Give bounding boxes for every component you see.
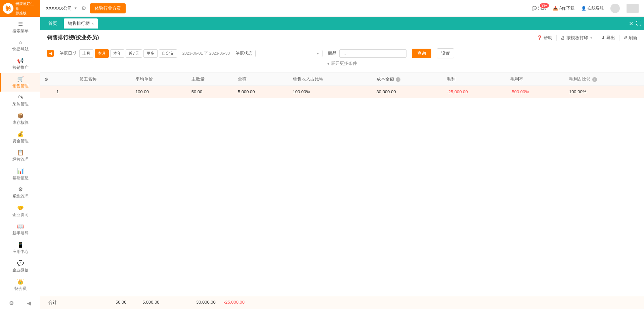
company-selector[interactable]: XXXXXX公司 ▼	[46, 5, 77, 11]
sidebar-item-label: 采购管理	[12, 101, 29, 107]
table-row: 1 100.00 50.00 5,000.00 100.00% 30,000.0…	[40, 86, 644, 98]
col-qty: 主数量	[187, 73, 234, 86]
table-container: ⚙ 员工名称 平均单价 主数量 全额 销售收入占比% 成本全额 i 毛利	[40, 73, 644, 296]
header-right: 💬 消息 99+ 📥 App下载 👤 在线客服	[532, 4, 639, 13]
tab-bar-actions: ✕ ⛶	[629, 20, 641, 27]
message-badge: 99+	[540, 3, 549, 8]
col-profit: 毛利	[443, 73, 506, 86]
company-name: XXXXXX公司	[46, 5, 72, 11]
sidebar-item-basic[interactable]: 📊 基础信息	[0, 165, 40, 184]
filter-collapse-button[interactable]: ◀	[47, 50, 54, 57]
sidebar-item-finance[interactable]: 💰 资金管理	[0, 128, 40, 147]
sidebar-item-marketing[interactable]: 📢 营销推广	[0, 55, 40, 73]
date-btn-more[interactable]: 更多	[143, 49, 158, 58]
export-button[interactable]: ⬇ 导出	[601, 35, 615, 41]
sidebar-item-label: 企业协同	[12, 212, 29, 218]
tab-close-icon[interactable]: ×	[92, 21, 94, 25]
sidebar-item-member[interactable]: 👑 畅会员	[0, 276, 40, 294]
app-download-button[interactable]: 📥 App下载	[553, 5, 574, 11]
sidebar-item-guide[interactable]: 📖 新手引导	[0, 220, 40, 239]
sidebar-item-enterprise[interactable]: 🤝 企业协同	[0, 202, 40, 220]
expand-conditions-button[interactable]: ▾ 展开更多条件	[327, 60, 357, 66]
cell-qty: 50.00	[187, 86, 234, 98]
footer-profit: -25,000.00	[220, 300, 249, 306]
close-window-icon[interactable]: ✕	[629, 20, 633, 27]
fullscreen-icon[interactable]: ⛶	[636, 20, 641, 27]
footer-amount: 5,000.00	[138, 300, 165, 306]
top-header: XXXXXX公司 ▼ ⚙ 体验行业方案 💬 消息 99+ 📥 App下载 👤 在…	[40, 0, 644, 17]
status-filter-label: 单据状态	[235, 50, 253, 56]
sidebar-item-inventory[interactable]: 📦 库存核算	[0, 110, 40, 128]
apps-icon: 📱	[17, 242, 24, 248]
system-icon: ⚙	[18, 186, 23, 193]
settings-button[interactable]: 设置	[437, 48, 454, 58]
col-sales-pct: 销售收入占比%	[289, 73, 373, 86]
data-table: ⚙ 员工名称 平均单价 主数量 全额 销售收入占比% 成本全额 i 毛利	[40, 73, 644, 98]
date-btn-this-month[interactable]: 本月	[95, 49, 109, 58]
operation-icon: 📋	[17, 149, 24, 156]
download-icon: 📥	[553, 6, 558, 11]
date-btn-last-month[interactable]: 上月	[79, 49, 93, 58]
sidebar-item-operation[interactable]: 📋 经营管理	[0, 147, 40, 165]
cell-profit: -25,000.00	[443, 86, 506, 98]
sidebar-item-label: 系统管理	[12, 194, 29, 199]
date-btn-custom[interactable]: 自定义	[159, 49, 177, 58]
divider3	[619, 35, 619, 41]
refresh-button[interactable]: ↺ 刷新	[624, 35, 637, 41]
status-filter: 单据状态 ▼	[235, 50, 323, 57]
user-name-display	[627, 4, 639, 13]
wechat-icon: 💬	[17, 260, 24, 266]
page-title: 销售排行榜(按业务员)	[47, 34, 99, 41]
date-range-text: 2023-06-01 至 2023-06-30	[182, 51, 230, 56]
page-actions: ❓ 帮助 🖨 按模板打印 ▼ ⬇ 导出	[537, 35, 637, 41]
tab-sales-ranking[interactable]: 销售排行榜 ×	[64, 18, 98, 29]
tab-home[interactable]: 首页	[43, 18, 62, 29]
query-button[interactable]: 查询	[412, 49, 431, 58]
sidebar-collapse-button[interactable]: ◀	[27, 300, 31, 306]
sidebar-item-system[interactable]: ⚙ 系统管理	[0, 184, 40, 202]
service-icon: 👤	[581, 6, 586, 11]
col-settings[interactable]: ⚙	[40, 73, 52, 86]
sidebar-item-sales[interactable]: 🛒 销售管理	[0, 73, 40, 92]
message-icon: 💬	[532, 6, 537, 11]
sidebar-item-apps[interactable]: 📱 应用中心	[0, 239, 40, 257]
cost-info-icon[interactable]: i	[396, 77, 400, 82]
goods-filter-label: 商品	[328, 50, 337, 56]
cell-avg-price: 100.00	[131, 86, 187, 98]
profit-pct-info-icon[interactable]: i	[592, 77, 597, 82]
date-btn-this-year[interactable]: 本年	[110, 49, 124, 58]
print-icon: 🖨	[561, 35, 565, 40]
message-button[interactable]: 💬 消息 99+	[532, 5, 546, 11]
export-icon: ⬇	[601, 35, 605, 40]
sidebar-item-purchase[interactable]: 🛍 采购管理	[0, 92, 40, 110]
table-footer: 合计 50.00 5,000.00 30,000.00 -25,000.00	[40, 296, 644, 309]
help-button[interactable]: ❓ 帮助	[537, 35, 552, 41]
sidebar-item-quick-nav[interactable]: ⌂ 快捷导航	[0, 37, 40, 55]
cell-profit-pct: 100.00%	[565, 86, 644, 98]
date-btn-7days[interactable]: 近7天	[126, 49, 142, 58]
header-settings-icon[interactable]: ⚙	[81, 5, 86, 11]
cell-profit-rate: -500.00%	[506, 86, 565, 98]
footer-qty-val: 50.00	[112, 300, 138, 306]
sidebar-item-search[interactable]: ☰ 搜索菜单	[0, 18, 40, 37]
cell-name	[75, 86, 131, 98]
col-name: 员工名称	[75, 73, 131, 86]
sidebar-item-label: 资金管理	[12, 138, 29, 144]
sidebar-logo: 畅 畅康通好生意 标准版	[0, 0, 40, 17]
goods-select[interactable]: ...	[339, 49, 406, 58]
sales-icon: 🛒	[17, 76, 24, 82]
status-select[interactable]: ▼	[255, 50, 323, 57]
sidebar-settings-button[interactable]: ⚙	[9, 300, 14, 306]
date-options: 上月 本月 本年 近7天 更多 自定义	[79, 49, 177, 58]
cell-sales-pct: 100.00%	[289, 86, 373, 98]
trial-button[interactable]: 体验行业方案	[90, 3, 126, 13]
user-avatar[interactable]	[610, 4, 620, 13]
sidebar-item-label: 基础信息	[12, 175, 29, 181]
footer-label: 合计	[44, 300, 85, 306]
online-service-button[interactable]: 👤 在线客服	[581, 5, 604, 11]
sidebar-item-label: 库存核算	[12, 120, 29, 125]
filter-bar: ◀ 单据日期 上月 本月 本年 近7天 更多 自定义	[40, 44, 644, 73]
sidebar-item-wechat[interactable]: 💬 企业微信	[0, 257, 40, 276]
print-button[interactable]: 🖨 按模板打印 ▼	[561, 35, 593, 41]
col-avg-price: 平均单价	[131, 73, 187, 86]
